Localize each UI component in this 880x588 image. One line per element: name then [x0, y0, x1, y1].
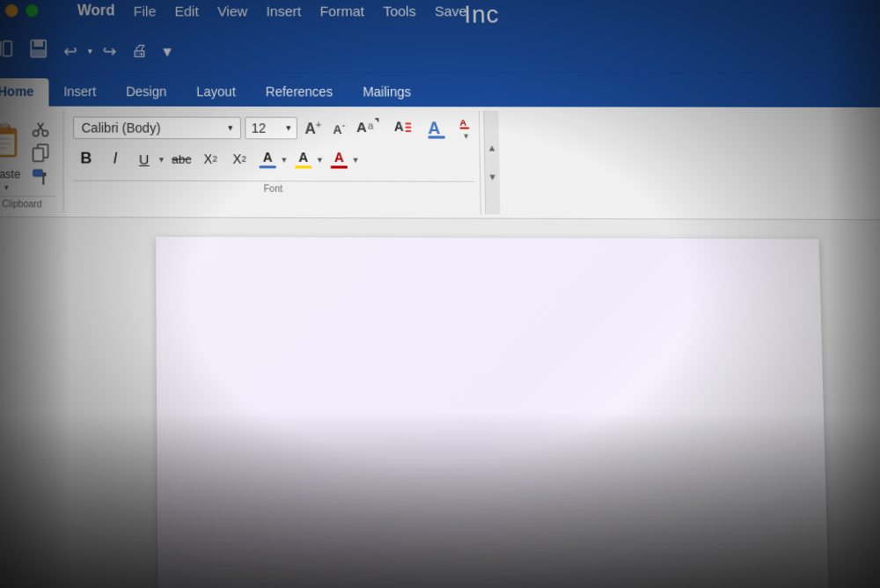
- char-shade-button[interactable]: A: [326, 145, 351, 173]
- font-size-selector[interactable]: 12 ▾: [245, 116, 297, 139]
- font-color-icon: A: [453, 115, 478, 130]
- undo-dropdown-icon[interactable]: ▾: [88, 46, 92, 56]
- ribbon-content: Paste ▾: [0, 107, 880, 221]
- document-area[interactable]: [0, 217, 880, 588]
- tab-layout[interactable]: Layout: [181, 78, 251, 107]
- redo-icon[interactable]: ↪: [98, 37, 121, 65]
- format-painter-button[interactable]: [27, 166, 54, 189]
- inc-text: Inc: [464, 0, 500, 29]
- shrink-font-button[interactable]: A-: [329, 117, 349, 138]
- highlight-bar: [295, 165, 312, 168]
- paste-label: Paste: [0, 168, 20, 181]
- paste-button[interactable]: Paste ▾: [0, 121, 24, 193]
- save-icon[interactable]: [24, 34, 54, 67]
- font-family-value: Calibri (Body): [82, 120, 161, 135]
- tab-insert[interactable]: Insert: [48, 78, 111, 107]
- font-family-dropdown-icon: ▾: [228, 122, 232, 133]
- svg-rect-1: [4, 41, 11, 56]
- font-color-row2-group: A ▾: [255, 145, 289, 173]
- svg-rect-18: [33, 170, 43, 176]
- svg-text:A: A: [394, 120, 404, 134]
- svg-rect-4: [32, 49, 45, 55]
- undo-icon[interactable]: ↩: [59, 37, 82, 65]
- font-color-row2-button[interactable]: A: [255, 145, 280, 173]
- change-case-icon: A a: [356, 116, 381, 136]
- menu-insert[interactable]: Insert: [257, 0, 311, 22]
- svg-text:A: A: [356, 120, 367, 135]
- paste-icon: [0, 121, 24, 161]
- char-shade-bar: [331, 165, 348, 168]
- strikethrough-button[interactable]: abc: [168, 147, 194, 172]
- font-group: Calibri (Body) ▾ 12 ▾ A+ A-: [68, 110, 481, 214]
- grow-font-button[interactable]: A+: [301, 116, 326, 138]
- clipboard-group: Paste ▾: [0, 110, 64, 213]
- font-color-dropdown-icon[interactable]: ▾: [464, 131, 469, 141]
- strikethrough-label: abc: [172, 151, 191, 165]
- change-case-button[interactable]: A a: [353, 114, 385, 142]
- tab-mailings[interactable]: Mailings: [348, 78, 426, 107]
- font-row1: Calibri (Body) ▾ 12 ▾ A+ A-: [73, 114, 473, 142]
- customize-toolbar-icon[interactable]: ▾: [158, 37, 176, 65]
- menu-view[interactable]: View: [208, 0, 257, 22]
- font-size-value: 12: [252, 120, 267, 135]
- svg-rect-8: [0, 134, 14, 154]
- font-style-icons-row1: A A ▾: [424, 115, 480, 140]
- font-color-button[interactable]: A ▾: [452, 115, 479, 140]
- grow-font-label: A: [304, 120, 316, 136]
- scroll-up-icon[interactable]: ▲: [488, 143, 497, 153]
- menu-format[interactable]: Format: [311, 0, 374, 22]
- menu-tools[interactable]: Tools: [373, 0, 425, 22]
- traffic-lights: [0, 4, 39, 18]
- highlight-dropdown-icon[interactable]: ▾: [315, 154, 324, 165]
- svg-text:A: A: [459, 117, 466, 127]
- underline-dropdown-icon[interactable]: ▾: [158, 154, 166, 165]
- paste-dropdown-arrow[interactable]: ▾: [4, 183, 8, 193]
- tab-references[interactable]: References: [251, 78, 348, 107]
- svg-text:A: A: [428, 118, 441, 136]
- word-window: Word File Edit View Insert Format Tools …: [0, 0, 880, 487]
- font-group-label: Font: [73, 180, 474, 195]
- svg-rect-0: [0, 41, 2, 56]
- clipboard-group-label: Clipboard: [0, 195, 55, 209]
- subscript-button[interactable]: X2: [197, 147, 224, 172]
- ribbon-scrollbar[interactable]: ▲ ▼: [483, 111, 500, 215]
- cut-button[interactable]: [27, 117, 54, 139]
- tab-home[interactable]: Home: [0, 78, 48, 107]
- svg-rect-28: [460, 127, 470, 129]
- svg-rect-3: [33, 40, 43, 47]
- bold-button[interactable]: B: [73, 146, 99, 171]
- clear-formatting-icon: A: [392, 116, 414, 136]
- underline-button[interactable]: U: [131, 146, 158, 171]
- quick-access-toolbar: ↩ ▾ ↪ 🖨 ▾: [0, 30, 880, 73]
- svg-text:a: a: [368, 121, 374, 131]
- superscript-button[interactable]: X2: [226, 147, 253, 172]
- print-icon[interactable]: 🖨: [127, 38, 153, 65]
- scroll-down-icon[interactable]: ▼: [488, 172, 497, 182]
- font-size-dropdown-icon: ▾: [286, 122, 290, 133]
- document-page[interactable]: [156, 237, 830, 588]
- sidebar-icon[interactable]: [0, 34, 18, 67]
- text-effects-button[interactable]: A: [424, 115, 451, 140]
- highlight-button[interactable]: A: [291, 145, 316, 173]
- char-shade-dropdown-icon[interactable]: ▾: [351, 154, 360, 165]
- minimize-button[interactable]: [5, 4, 18, 18]
- menu-word[interactable]: Word: [68, 0, 124, 23]
- svg-rect-7: [1, 123, 8, 128]
- screen-wrapper: Word File Edit View Insert Format Tools …: [0, 0, 880, 588]
- page-purple-overlay: [156, 237, 830, 588]
- italic-button[interactable]: I: [102, 146, 128, 171]
- tab-design[interactable]: Design: [111, 78, 181, 107]
- svg-rect-26: [429, 136, 445, 138]
- menu-file[interactable]: File: [124, 0, 165, 22]
- clear-formatting-button[interactable]: A: [388, 114, 417, 142]
- text-effects-icon: A: [425, 115, 450, 140]
- menu-edit[interactable]: Edit: [165, 0, 209, 22]
- maximize-button[interactable]: [26, 4, 39, 18]
- highlight-group: A ▾: [291, 145, 325, 173]
- underline-group: U ▾: [131, 146, 165, 171]
- font-color2-dropdown-icon[interactable]: ▾: [280, 154, 289, 165]
- title-bar: Word File Edit View Insert Format Tools …: [0, 0, 880, 30]
- font-row2: B I U ▾ abc X2: [73, 144, 474, 173]
- font-family-selector[interactable]: Calibri (Body) ▾: [73, 116, 241, 139]
- copy-button[interactable]: [27, 142, 54, 165]
